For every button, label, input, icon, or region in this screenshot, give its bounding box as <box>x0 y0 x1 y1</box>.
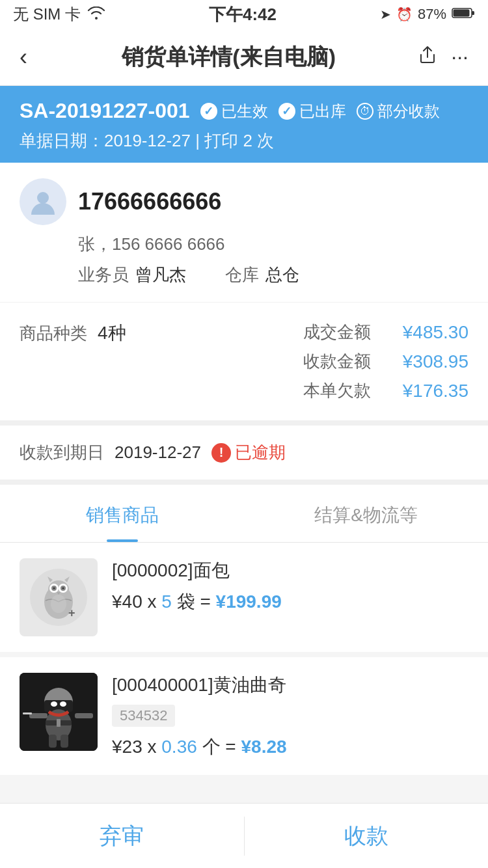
product-list: + [0000002]面包 ¥40 x 5 袋 = ¥199.99 <box>0 543 488 848</box>
status-shipped-label: 已出库 <box>299 101 346 122</box>
location-icon: ➤ <box>380 7 391 22</box>
deal-amount-label: 成交金额 <box>303 321 371 344</box>
tab-settlement[interactable]: 结算&物流等 <box>244 485 488 542</box>
sales-rep-item: 业务员 曾凡杰 <box>78 264 186 286</box>
svg-rect-24 <box>57 719 61 727</box>
check-shipped-icon: ✓ <box>278 103 295 120</box>
tab-settlement-label: 结算&物流等 <box>314 505 418 525</box>
price-unit-2: 个 <box>202 737 221 757</box>
sales-rep-value: 曾凡杰 <box>135 264 186 286</box>
svg-rect-2 <box>453 10 469 17</box>
stats-section: 商品种类 4种 成交金额 ¥485.30 收款金额 ¥308.95 本单欠款 ¥… <box>0 303 488 426</box>
status-shipped: ✓ 已出库 <box>278 101 346 122</box>
price-eq-2: = <box>225 737 241 757</box>
product-price-2: ¥23 x 0.36 个 = ¥8.28 <box>112 735 468 759</box>
owed-amount-value: ¥176.35 <box>384 381 468 401</box>
wifi-icon <box>87 5 105 23</box>
date-value: 2019-12-27 <box>104 131 191 150</box>
clock-icon: ⏱ <box>357 103 373 120</box>
separator: | <box>195 131 204 150</box>
svg-point-20 <box>51 701 57 707</box>
status-partial: ⏱ 部分收款 <box>357 101 440 122</box>
page-title: 销货单详情(来自电脑) <box>40 42 417 72</box>
product-item-2: [000400001]黄油曲奇 534532 ¥23 x 0.36 个 = ¥8… <box>0 657 488 775</box>
status-partial-label: 部分收款 <box>377 101 440 122</box>
category-value: 4种 <box>98 321 126 346</box>
price-total-2: ¥8.28 <box>241 737 286 757</box>
date-label: 单据日期： <box>20 131 104 150</box>
more-button[interactable]: ··· <box>451 45 468 69</box>
overdue-icon: ! <box>211 443 231 463</box>
cancel-button[interactable]: 弃审 <box>0 804 244 868</box>
svg-text:+: + <box>68 606 75 619</box>
print-unit: 次 <box>257 131 274 150</box>
received-amount-label: 收款金额 <box>303 350 371 373</box>
product-thumb-2 <box>20 673 98 751</box>
price-qty-2: 0.36 <box>161 737 197 757</box>
price-x-2: x <box>148 737 162 757</box>
price-total-1: ¥199.99 <box>216 591 282 612</box>
due-date-label: 收款到期日 <box>20 441 104 464</box>
confirm-button[interactable]: 收款 <box>245 804 489 868</box>
status-active: ✓ 已生效 <box>200 101 268 122</box>
alarm-icon: ⏰ <box>396 7 413 22</box>
svg-point-21 <box>60 701 66 707</box>
warehouse-item: 仓库 总仓 <box>225 264 299 286</box>
price-x-1: x <box>148 591 162 612</box>
svg-rect-28 <box>23 712 32 714</box>
print-label: 打印 <box>204 131 238 150</box>
category-label: 商品种类 <box>20 322 87 345</box>
overdue-badge: ! 已逾期 <box>211 441 286 464</box>
amount-info: 成交金额 ¥485.30 收款金额 ¥308.95 本单欠款 ¥176.35 <box>303 321 468 402</box>
svg-rect-27 <box>29 713 47 718</box>
customer-meta: 业务员 曾凡杰 仓库 总仓 <box>78 264 468 286</box>
svg-point-11 <box>53 588 55 590</box>
nav-bar: ‹ 销货单详情(来自电脑) ··· <box>0 29 488 86</box>
check-active-icon: ✓ <box>200 103 217 120</box>
sim-text: 无 SIM 卡 <box>13 4 81 25</box>
svg-rect-26 <box>61 735 68 748</box>
back-button[interactable]: ‹ <box>20 44 27 71</box>
bottom-bar: 弃审 收款 <box>0 803 488 868</box>
customer-section: 17666666666 张，156 6666 6666 业务员 曾凡杰 仓库 总… <box>0 163 488 303</box>
price-eq-1: = <box>200 591 215 612</box>
deal-amount-item: 成交金额 ¥485.30 <box>303 321 468 344</box>
status-time: 下午4:42 <box>209 3 277 26</box>
print-count: 2 <box>243 131 252 150</box>
category-info: 商品种类 4种 <box>20 321 126 346</box>
status-right: ➤ ⏰ 87% <box>380 5 475 23</box>
svg-point-12 <box>62 588 64 590</box>
product-info-1: [0000002]面包 ¥40 x 5 袋 = ¥199.99 <box>112 558 468 614</box>
order-id: SA-20191227-001 <box>20 99 190 123</box>
svg-rect-1 <box>472 11 474 15</box>
customer-name-phone: 张，156 6666 6666 <box>78 233 468 256</box>
product-item: + [0000002]面包 ¥40 x 5 袋 = ¥199.99 <box>0 543 488 652</box>
product-tag-2: 534532 <box>112 705 175 727</box>
status-active-label: 已生效 <box>221 101 268 122</box>
price-qty-1: 5 <box>161 591 172 612</box>
overdue-label: 已逾期 <box>235 441 286 464</box>
owed-amount-label: 本单欠款 <box>303 379 371 402</box>
tab-products-label: 销售商品 <box>86 505 159 525</box>
status-left: 无 SIM 卡 <box>13 4 105 25</box>
tab-products[interactable]: 销售商品 <box>0 485 244 542</box>
svg-rect-29 <box>75 713 93 718</box>
owed-amount-item: 本单欠款 ¥176.35 <box>303 379 468 402</box>
product-name-2: [000400001]黄油曲奇 <box>112 673 468 698</box>
price-base-1: ¥40 <box>112 591 142 612</box>
svg-point-15 <box>51 595 66 613</box>
product-thumb-1: + <box>20 558 98 636</box>
warehouse-label: 仓库 <box>225 264 259 286</box>
order-header-banner: SA-20191227-001 ✓ 已生效 ✓ 已出库 ⏱ 部分收款 单据日期：… <box>0 86 488 163</box>
battery-icon <box>452 5 475 23</box>
received-amount-value: ¥308.95 <box>384 351 468 372</box>
tabs-row: 销售商品 结算&物流等 <box>0 485 488 542</box>
svg-point-3 <box>37 192 49 204</box>
deal-amount-value: ¥485.30 <box>384 322 468 343</box>
status-bar: 无 SIM 卡 下午4:42 ➤ ⏰ 87% <box>0 0 488 29</box>
nav-actions: ··· <box>417 44 468 70</box>
share-button[interactable] <box>417 44 438 70</box>
sales-rep-label: 业务员 <box>78 264 129 286</box>
due-date-section: 收款到期日 2019-12-27 ! 已逾期 <box>0 426 488 485</box>
warehouse-value: 总仓 <box>265 264 299 286</box>
